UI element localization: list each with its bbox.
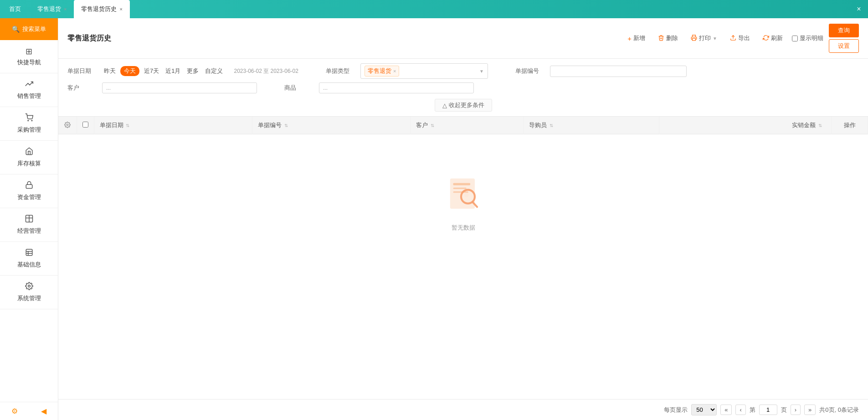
export-button[interactable]: 导出 [726,32,754,44]
th-no[interactable]: 单据编号 ⇅ [252,117,410,134]
pagination-last-button[interactable]: » [804,405,816,415]
main-layout: 🔍 搜索菜单 ⊞ 快捷导航 销售管理 采购管理 库存核算 [0,18,868,420]
sidebar-item-system[interactable]: 系统管理 [0,276,58,309]
svg-point-20 [464,193,468,197]
voucher-no-input[interactable] [550,66,687,77]
th-customer[interactable]: 客户 ⇅ [411,117,524,134]
sidebar-search[interactable]: 🔍 搜索菜单 [0,18,58,40]
date-opt-7days[interactable]: 近7天 [142,66,161,76]
th-customer-sort: ⇅ [431,123,434,128]
sidebar-item-purchase-mgmt[interactable]: 采购管理 [0,107,58,141]
date-range-display: 2023-06-02 至 2023-06-02 [234,67,298,75]
goods-select[interactable]: ... [319,82,474,93]
display-detail-checkbox[interactable] [792,36,798,41]
sidebar-item-basic-info[interactable]: 基础信息 [0,242,58,276]
tab-retail-return[interactable]: 零售退货 × [30,0,74,18]
sidebar-item-sales-mgmt[interactable]: 销售管理 [0,73,58,107]
th-amount-label: 实销金额 [792,122,816,128]
sidebar-search-label: 搜索菜单 [22,25,46,33]
sidebar-item-inventory-label: 库存核算 [17,159,41,168]
th-no-sort: ⇅ [284,123,288,128]
svg-rect-11 [693,38,696,41]
sidebar-item-sales-label: 销售管理 [17,92,41,100]
sidebar-item-finance[interactable]: 资金管理 [0,174,58,208]
filter-row-date: 单据日期 昨天 今天 近7天 近1月 更多 自定义 2023-06-02 至 2… [67,63,859,79]
settings-bottom-icon[interactable]: ⚙ [11,407,18,415]
sidebar-item-finance-label: 资金管理 [17,193,41,201]
voucher-type-select[interactable]: 零售退货 × ▼ [360,63,488,79]
delete-button[interactable]: 删除 [654,32,682,44]
svg-rect-16 [453,188,466,189]
voucher-type-tag-label: 零售退货 [368,67,391,75]
pagination-first-button[interactable]: « [720,405,732,415]
sidebar-item-inventory[interactable]: 库存核算 [0,141,58,174]
collapse-button[interactable]: △ 收起更多条件 [435,99,492,112]
empty-illustration [441,171,486,216]
settings-button[interactable]: 设置 [829,39,859,53]
pagination-prev-button[interactable]: ‹ [735,405,745,415]
sidebar-item-quick-nav[interactable]: ⊞ 快捷导航 [0,40,58,73]
collapse-icon: △ [442,102,447,109]
th-checkbox[interactable] [77,117,94,134]
voucher-type-dropdown-icon: ▼ [479,69,484,74]
date-opt-custom[interactable]: 自定义 [203,66,225,76]
page-unit: 页 [781,406,787,414]
add-icon: + [627,35,632,42]
voucher-type-label: 单据类型 [326,67,351,75]
collapse-sidebar-icon[interactable]: ◀ [41,407,46,415]
th-ops: 操作 [832,117,868,134]
page-header: 零售退货历史 + 新增 删除 打印 ▼ [58,18,868,59]
sidebar-item-operations-label: 经营管理 [17,227,41,235]
customer-dots: ... [106,85,111,91]
svg-point-10 [28,285,30,287]
pagination-next-button[interactable]: › [791,405,801,415]
system-icon [25,282,33,292]
delete-icon [658,35,664,42]
th-guide-sort: ⇅ [550,123,553,128]
goods-dots: ... [323,85,328,91]
th-date[interactable]: 单据日期 ⇅ [94,117,252,134]
svg-point-0 [28,120,29,121]
tab-retail-return-history[interactable]: 零售退货历史 × [74,0,129,18]
add-label: 新增 [633,34,645,42]
print-button[interactable]: 打印 ▼ [687,32,721,44]
svg-point-13 [67,124,68,126]
th-guide-label: 导购员 [529,122,547,128]
empty-text: 暂无数据 [452,224,475,232]
export-label: 导出 [738,34,750,42]
date-opt-today[interactable]: 今天 [120,66,139,76]
finance-icon [25,181,33,191]
voucher-no-label: 单据编号 [515,67,541,75]
date-opt-more[interactable]: 更多 [185,66,200,76]
page-word: 第 [750,406,755,414]
content-area: 零售退货历史 + 新增 删除 打印 ▼ [58,18,868,420]
refresh-button[interactable]: 刷新 [759,32,786,44]
voucher-type-tag-remove[interactable]: × [393,68,396,74]
svg-point-1 [31,120,32,121]
inventory-icon [25,147,33,158]
date-opt-yesterday[interactable]: 昨天 [102,66,118,76]
window-close-button[interactable]: × [850,0,868,18]
customer-select[interactable]: ... [102,82,257,93]
tab-retail-return-close[interactable]: × [64,6,67,12]
date-opt-1month[interactable]: 近1月 [164,66,182,76]
export-icon [730,35,736,42]
query-button[interactable]: 查询 [829,24,859,37]
sidebar-item-system-label: 系统管理 [17,294,41,302]
add-button[interactable]: + 新增 [624,32,649,44]
display-detail-label: 显示明细 [800,34,823,42]
th-guide[interactable]: 导购员 ⇅ [524,117,659,134]
tab-retail-return-history-close[interactable]: × [119,6,122,12]
collapse-label: 收起更多条件 [449,101,484,109]
search-icon: 🔍 [12,26,20,33]
select-all-checkbox[interactable] [82,122,88,128]
sidebar-item-operations[interactable]: 经营管理 [0,208,58,242]
sidebar-item-basic-info-label: 基础信息 [17,261,41,269]
tab-home[interactable]: 首页 [0,0,30,18]
th-amount[interactable]: 实销金额 ⇅ [659,117,831,134]
per-page-select[interactable]: 50 10 20 100 [691,404,717,415]
display-detail-check[interactable]: 显示明细 [792,34,823,42]
date-filter-label: 单据日期 [67,67,93,75]
page-number-input[interactable]: 1 [759,405,777,415]
th-gear[interactable] [58,117,77,134]
